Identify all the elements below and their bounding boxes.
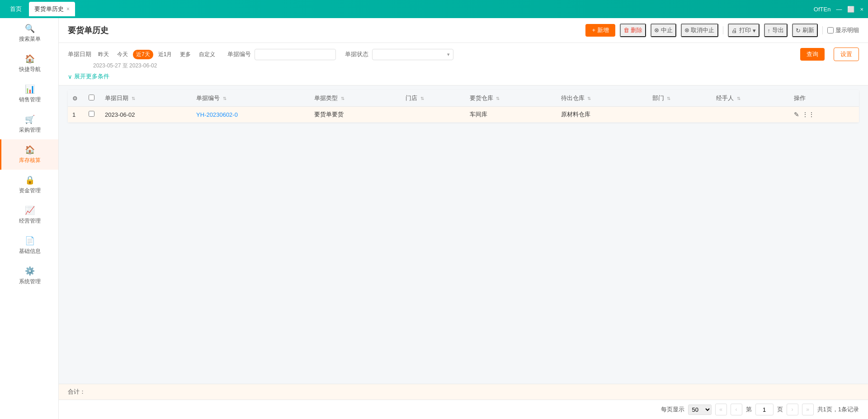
- sidebar-item-purchase[interactable]: 🛒 采购管理: [0, 109, 58, 139]
- th-number-sort-icon: ⇅: [223, 96, 226, 101]
- th-number[interactable]: 单据编号 ⇅: [192, 90, 310, 107]
- expand-more-label: 展开更多条件: [74, 72, 109, 81]
- th-handler-label: 经手人: [716, 95, 734, 101]
- basic-info-icon: 📄: [25, 236, 35, 246]
- export-label: 导出: [772, 26, 784, 34]
- refresh-label: 刷新: [802, 26, 814, 34]
- minimize-btn[interactable]: —: [836, 6, 842, 13]
- filter-bar: 单据日期 昨天 今天 近7天 近1月 更多 自定义 单据编号: [59, 43, 868, 86]
- page-size-select[interactable]: 50 20 100 200: [688, 405, 712, 415]
- row-index: 1: [68, 107, 84, 123]
- th-type[interactable]: 单据类型 ⇅: [310, 90, 401, 107]
- table-area: ⚙ 单据日期 ⇅ 单据编号 ⇅ 单据类型: [59, 86, 868, 384]
- stop-button[interactable]: ⊗ 中止: [651, 24, 676, 37]
- th-req-warehouse[interactable]: 要货仓库 ⇅: [465, 90, 557, 107]
- row-checkbox[interactable]: [84, 107, 100, 123]
- sales-icon: 📊: [25, 84, 35, 94]
- cancel-stop-button[interactable]: ⊗ 取消中止: [681, 24, 718, 37]
- close-btn[interactable]: ×: [860, 6, 863, 13]
- tab-close-icon[interactable]: ×: [66, 6, 70, 12]
- content-area: 要货单历史 + 新增 🗑 删除 ⊗ 中止 ⊗ 取消中止 🖨 打印 ▾ ↑ 导出: [59, 18, 868, 419]
- th-date[interactable]: 单据日期 ⇅: [100, 90, 192, 107]
- sidebar-item-operations[interactable]: 📈 经营管理: [0, 200, 58, 230]
- th-req-warehouse-label: 要货仓库: [470, 95, 493, 101]
- last-page-button[interactable]: »: [802, 404, 814, 415]
- sidebar-item-sales[interactable]: 📊 销售管理: [0, 79, 58, 109]
- finance-icon: 🔒: [25, 175, 35, 185]
- sidebar-item-basic-info[interactable]: 📄 基础信息: [0, 230, 58, 261]
- tab-requisition-history[interactable]: 要货单历史 ×: [29, 2, 75, 16]
- toolbar: + 新增 🗑 删除 ⊗ 中止 ⊗ 取消中止 🖨 打印 ▾ ↑ 导出: [585, 24, 859, 37]
- th-type-sort-icon: ⇅: [341, 96, 344, 101]
- filter-group-date: 单据日期 昨天 今天 近7天 近1月 更多 自定义: [68, 50, 218, 59]
- show-detail-text: 显示明细: [835, 26, 859, 34]
- row-type: 要货单要货: [310, 107, 401, 123]
- page-number-input[interactable]: [755, 404, 774, 415]
- date-range-text: 2023-05-27 至 2023-06-02: [93, 62, 157, 69]
- date-more[interactable]: 更多: [177, 50, 194, 59]
- bill-number-label: 单据编号: [227, 50, 251, 58]
- row-actions: ✎ ⋮⋮: [789, 107, 859, 123]
- date-yesterday[interactable]: 昨天: [95, 50, 112, 59]
- row-number-link[interactable]: YH-20230602-0: [196, 111, 238, 118]
- th-req-warehouse-sort-icon: ⇅: [496, 96, 500, 101]
- refresh-button[interactable]: ↻ 刷新: [792, 24, 818, 37]
- date-range-display: 2023-05-27 至 2023-06-02: [93, 62, 859, 70]
- filter-group-status: 单据状态 ▾: [345, 49, 453, 60]
- tab-home-label: 首页: [10, 5, 22, 13]
- search-menu-icon: 🔍: [25, 24, 35, 33]
- export-icon: ↑: [768, 27, 771, 34]
- th-handler[interactable]: 经手人 ⇅: [712, 90, 789, 107]
- row-number[interactable]: YH-20230602-0: [192, 107, 310, 123]
- print-button[interactable]: 🖨 打印 ▾: [728, 24, 760, 37]
- date-custom[interactable]: 自定义: [196, 50, 218, 59]
- table-footer-summary: 合计：: [59, 384, 868, 400]
- th-department[interactable]: 部门 ⇅: [648, 90, 712, 107]
- expand-more-button[interactable]: ∨ 展开更多条件: [68, 72, 859, 81]
- th-department-label: 部门: [652, 95, 664, 101]
- date-last1month[interactable]: 近1月: [155, 50, 175, 59]
- first-page-button[interactable]: «: [715, 404, 727, 415]
- page-header: 要货单历史 + 新增 🗑 删除 ⊗ 中止 ⊗ 取消中止 🖨 打印 ▾ ↑ 导出: [59, 18, 868, 43]
- tab-home[interactable]: 首页: [5, 2, 27, 16]
- query-button[interactable]: 查询: [800, 48, 825, 61]
- next-page-button[interactable]: ›: [787, 404, 798, 415]
- select-all-checkbox[interactable]: [89, 95, 94, 100]
- sidebar-item-search-menu[interactable]: 🔍 搜索菜单: [0, 18, 58, 48]
- th-settings[interactable]: ⚙: [68, 90, 84, 107]
- th-store-label: 门店: [406, 95, 417, 101]
- th-pending-warehouse[interactable]: 待出仓库 ⇅: [557, 90, 648, 107]
- sidebar-item-inventory[interactable]: 🏠 库存核算: [0, 139, 58, 170]
- row-select-checkbox[interactable]: [89, 111, 94, 117]
- prev-page-button[interactable]: ‹: [731, 404, 742, 415]
- bill-number-input[interactable]: [255, 49, 336, 60]
- table-row: 1 2023-06-02 YH-20230602-0 要货单要货 车间库 原材料…: [68, 107, 859, 123]
- window-controls: OfTEn — ⬜ ×: [814, 6, 863, 13]
- sidebar-item-quick-nav[interactable]: 🏠 快捷导航: [0, 48, 58, 79]
- date-today[interactable]: 今天: [114, 50, 131, 59]
- sidebar-item-inventory-label: 库存核算: [19, 157, 41, 164]
- sidebar-item-system[interactable]: ⚙️ 系统管理: [0, 261, 58, 291]
- pagination-bar: 每页显示 50 20 100 200 « ‹ 第 页 › » 共1页，1条记录: [59, 400, 868, 419]
- row-actions-group: ✎ ⋮⋮: [794, 111, 854, 118]
- th-checkbox[interactable]: [84, 90, 100, 107]
- sidebar-item-finance[interactable]: 🔒 资金管理: [0, 170, 58, 200]
- th-pending-warehouse-label: 待出仓库: [561, 95, 585, 101]
- new-button[interactable]: + 新增: [585, 24, 615, 37]
- status-select-wrap: ▾: [372, 49, 453, 60]
- show-detail-checkbox[interactable]: [827, 27, 834, 33]
- filter-row-1: 单据日期 昨天 今天 近7天 近1月 更多 自定义 单据编号: [68, 48, 859, 61]
- delete-button[interactable]: 🗑 删除: [620, 24, 646, 37]
- date-last7days[interactable]: 近7天: [133, 50, 153, 59]
- th-store[interactable]: 门店 ⇅: [401, 90, 465, 107]
- row-edit-icon[interactable]: ✎: [794, 111, 799, 118]
- th-store-sort-icon: ⇅: [420, 96, 424, 101]
- export-button[interactable]: ↑ 导出: [764, 24, 788, 37]
- status-select[interactable]: [372, 49, 453, 60]
- restore-btn[interactable]: ⬜: [847, 6, 854, 13]
- settings-button[interactable]: 设置: [834, 48, 859, 61]
- sidebar-item-system-label: 系统管理: [19, 278, 41, 286]
- go-to-label: 第: [746, 405, 752, 414]
- row-more-icon[interactable]: ⋮⋮: [802, 111, 815, 118]
- sidebar-item-basic-info-label: 基础信息: [19, 248, 41, 255]
